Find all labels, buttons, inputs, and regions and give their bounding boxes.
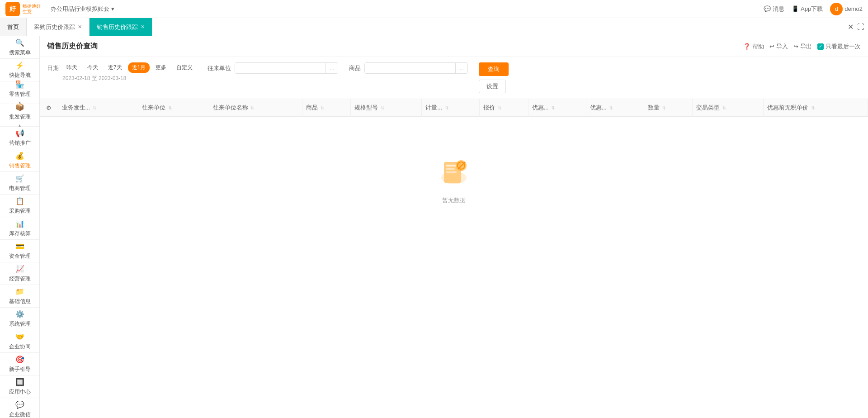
message-label: 消息 xyxy=(773,5,784,13)
col-partner-name[interactable]: 往来单位名称 ⇅ xyxy=(209,99,302,117)
col-quoted-price-label: 报价 xyxy=(483,104,495,111)
import-btn[interactable]: ↩ 导入 xyxy=(769,43,788,51)
export-btn[interactable]: ↪ 导出 xyxy=(793,43,812,51)
col-biz-date[interactable]: 业务发生... ⇅ xyxy=(58,99,138,117)
logo-area: 好 畅捷通好生意 xyxy=(5,2,42,16)
sidebar-item-new-guide[interactable]: 🎯 新手引导 xyxy=(0,353,39,375)
download-btn[interactable]: 📱 App下载 xyxy=(792,5,823,13)
import-icon: ↩ xyxy=(769,43,774,50)
table-settings-icon[interactable]: ⚙ xyxy=(46,104,52,111)
enterprise-wechat-icon: 💬 xyxy=(15,400,24,409)
col-quantity-label: 数量 xyxy=(648,104,660,111)
sidebar-item-search-menu[interactable]: 🔍 搜索菜单 xyxy=(0,36,39,59)
sort-icon: ⇅ xyxy=(381,105,384,110)
col-goods[interactable]: 商品 ⇅ xyxy=(302,99,350,117)
date-btn-yesterday[interactable]: 昨天 xyxy=(62,62,81,73)
col-discount2[interactable]: 优惠... ⇅ xyxy=(586,99,644,117)
sidebar-item-system-mgmt[interactable]: ⚙️ 系统管理 xyxy=(0,308,39,330)
unit-input[interactable] xyxy=(235,63,326,73)
col-pre-tax-price[interactable]: 优惠前无税单价 ⇅ xyxy=(764,99,868,117)
query-button[interactable]: 查询 xyxy=(479,62,509,76)
user-area[interactable]: d demo2 xyxy=(830,3,863,15)
enterprise-collab-icon: 🤝 xyxy=(15,332,24,341)
tab-home[interactable]: 首页 xyxy=(0,18,27,36)
only-last-checkbox[interactable]: ✓ xyxy=(817,43,824,50)
col-discount2-label: 优惠... xyxy=(590,104,607,111)
sidebar-item-basic-info[interactable]: 📁 基础信息 xyxy=(0,285,39,308)
empty-icon xyxy=(436,153,472,189)
col-unit[interactable]: 计量... ⇅ xyxy=(422,99,480,117)
sidebar-item-enterprise-collab[interactable]: 🤝 企业协同 xyxy=(0,330,39,353)
wholesale-mgmt-icon: 📦 xyxy=(15,103,24,111)
date-btn-today[interactable]: 今天 xyxy=(83,62,102,73)
sidebar-item-operations-mgmt[interactable]: 📈 经营管理 xyxy=(0,262,39,285)
tab-maximize-icon[interactable]: ⛶ xyxy=(857,23,864,31)
date-btn-custom[interactable]: 自定义 xyxy=(172,62,197,73)
sidebar-item-retail-mgmt[interactable]: 🏪 零售管理 ▾ xyxy=(0,81,39,104)
sidebar-item-quick-nav[interactable]: ⚡ 快捷导航 xyxy=(0,59,39,81)
sidebar-item-sales-mgmt[interactable]: 💰 销售管理 xyxy=(0,149,39,172)
sidebar-item-ecommerce-mgmt[interactable]: 🛒 电商管理 xyxy=(0,172,39,195)
col-partner-code[interactable]: 往来单位 ⇅ xyxy=(138,99,209,117)
sidebar-item-inventory[interactable]: 📊 库存核算 xyxy=(0,217,39,240)
download-icon: 📱 xyxy=(792,5,799,12)
col-pre-tax-price-label: 优惠前无税单价 xyxy=(767,104,808,111)
tab-sales-history[interactable]: 销售历史价跟踪 ✕ xyxy=(90,18,152,36)
workspace-dropdown[interactable]: 办公用品行业模拟账套 ▾ xyxy=(51,5,114,13)
operations-mgmt-icon: 📈 xyxy=(15,265,24,273)
sidebar-item-label: 库存核算 xyxy=(9,230,31,238)
sidebar-item-label: 批发管理 xyxy=(9,113,31,121)
col-settings[interactable]: ⚙ xyxy=(40,99,58,117)
sidebar-item-label: 企业协同 xyxy=(9,343,31,351)
sort-icon: ⇅ xyxy=(609,105,613,110)
basic-info-icon: 📁 xyxy=(15,287,24,296)
date-btn-1month[interactable]: 近1月 xyxy=(128,62,150,73)
date-range-display: 2023-02-18 至 2023-03-18 xyxy=(62,75,197,82)
export-icon: ↪ xyxy=(793,43,798,50)
sidebar-item-marketing[interactable]: 📢 营销推广 xyxy=(0,127,39,149)
download-label: App下载 xyxy=(801,5,823,13)
tab-sales-close-icon[interactable]: ✕ xyxy=(141,24,145,30)
unit-input-suffix[interactable]: ... xyxy=(326,63,338,73)
date-filter-label: 日期 xyxy=(47,62,59,72)
sidebar-item-label: 零售管理 xyxy=(9,90,31,98)
sidebar-item-finance-mgmt[interactable]: 💳 资金管理 xyxy=(0,240,39,262)
sidebar-item-label: 营销推广 xyxy=(9,139,31,147)
date-btn-more[interactable]: 更多 xyxy=(151,62,170,73)
col-quoted-price[interactable]: 报价 ⇅ xyxy=(480,99,528,117)
finance-mgmt-icon: 💳 xyxy=(15,242,24,251)
col-spec[interactable]: 规格型号 ⇅ xyxy=(351,99,422,117)
sidebar-item-label: 采购管理 xyxy=(9,207,31,215)
only-last-checkbox-area[interactable]: ✓ 只看最后一次 xyxy=(817,43,861,51)
tab-purchase-history[interactable]: 采购历史价跟踪 ✕ xyxy=(27,18,90,36)
col-unit-label: 计量... xyxy=(425,104,442,111)
col-trade-type[interactable]: 交易类型 ⇅ xyxy=(693,99,764,117)
tab-close-all-icon[interactable]: ✕ xyxy=(848,23,854,31)
col-quantity[interactable]: 数量 ⇅ xyxy=(644,99,692,117)
sidebar-item-enterprise-wechat[interactable]: 💬 企业微信 xyxy=(0,398,39,418)
goods-input[interactable] xyxy=(365,63,455,73)
new-guide-icon: 🎯 xyxy=(15,355,24,364)
date-btn-7days[interactable]: 近7天 xyxy=(104,62,126,73)
sidebar-item-label: 新手引导 xyxy=(9,366,31,373)
message-btn[interactable]: 💬 消息 xyxy=(764,5,784,13)
sidebar-item-label: 企业微信 xyxy=(9,411,31,418)
goods-filter-label: 商品 xyxy=(349,62,361,72)
settings-button[interactable]: 设置 xyxy=(479,80,506,93)
sidebar-item-wholesale-mgmt[interactable]: 📦 批发管理 ▴ xyxy=(0,104,39,127)
sidebar: 🔍 搜索菜单 ⚡ 快捷导航 🏪 零售管理 ▾ 📦 批发管理 ▴ 📢 营销推广 💰… xyxy=(0,36,40,418)
sidebar-item-purchase-mgmt[interactable]: 📋 采购管理 xyxy=(0,195,39,217)
sales-mgmt-icon: 💰 xyxy=(15,152,24,160)
unit-filter-group: 往来单位 ... xyxy=(208,62,338,74)
tab-purchase-close-icon[interactable]: ✕ xyxy=(78,24,82,30)
goods-input-suffix[interactable]: ... xyxy=(455,63,467,73)
col-discount1[interactable]: 优惠... ⇅ xyxy=(528,99,586,117)
search-menu-icon: 🔍 xyxy=(15,38,24,47)
date-filter-group: 日期 昨天 今天 近7天 近1月 更多 自定义 2023-02-18 至 202… xyxy=(47,62,197,82)
tab-purchase-label: 采购历史价跟踪 xyxy=(34,23,75,31)
sidebar-item-app-center[interactable]: 🔲 应用中心 xyxy=(0,375,39,398)
help-btn[interactable]: ❓ 帮助 xyxy=(743,43,764,51)
workspace-label: 办公用品行业模拟账套 xyxy=(51,5,109,13)
page-header: 销售历史价查询 ❓ 帮助 ↩ 导入 ↪ 导出 ✓ xyxy=(40,36,868,57)
goods-input-wrapper: ... xyxy=(364,62,468,74)
